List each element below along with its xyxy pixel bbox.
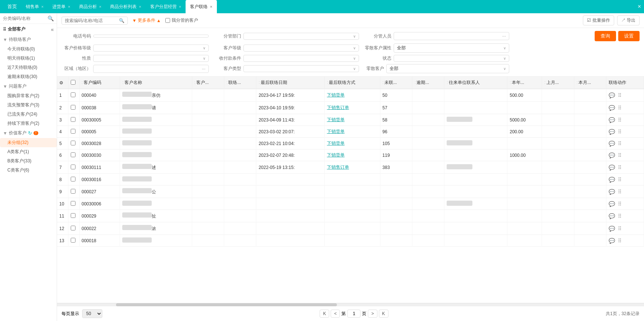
- sidebar-item-typeA[interactable]: A类客户(1): [0, 147, 57, 156]
- contact-way-link[interactable]: 下销货单: [327, 152, 345, 158]
- close-icon[interactable]: ×: [41, 4, 43, 9]
- close-icon[interactable]: ×: [210, 4, 212, 9]
- sidebar-item-churned[interactable]: 已流失客户(24): [0, 110, 57, 119]
- grid-icon[interactable]: ⠿: [618, 165, 622, 170]
- message-icon[interactable]: 💬: [609, 117, 615, 123]
- grid-icon[interactable]: ⠿: [618, 213, 622, 219]
- row-checkbox[interactable]: [71, 226, 75, 230]
- row-checkbox-cell[interactable]: [68, 149, 79, 161]
- table-cell[interactable]: [324, 186, 380, 198]
- sidebar-item-typeC[interactable]: C类客户(6): [0, 166, 57, 175]
- grid-icon[interactable]: ⠿: [618, 177, 622, 183]
- close-icon[interactable]: ×: [68, 4, 70, 9]
- sidebar-search-input[interactable]: [3, 16, 47, 21]
- message-icon[interactable]: 💬: [609, 238, 615, 244]
- contact-way-link[interactable]: 下销货单: [327, 117, 345, 122]
- grid-icon[interactable]: ⠿: [618, 129, 622, 135]
- row-checkbox[interactable]: [71, 213, 75, 218]
- row-checkbox-cell[interactable]: [68, 174, 79, 186]
- sidebar-item-abnormal[interactable]: 囤购异常客户(2): [0, 91, 57, 100]
- pending-contact-group[interactable]: ▼ 待联络客户: [0, 35, 57, 45]
- per-page-select[interactable]: 50 100 200: [82, 309, 102, 318]
- search-icon[interactable]: 🔍: [47, 15, 54, 21]
- row-checkbox-cell[interactable]: [68, 138, 79, 149]
- table-cell[interactable]: [324, 210, 380, 222]
- cust-type-input[interactable]: ∨: [243, 65, 359, 72]
- row-checkbox-cell[interactable]: [68, 102, 79, 114]
- th-settings[interactable]: ⚙: [57, 77, 68, 89]
- horizontal-scrollbar[interactable]: [57, 303, 644, 306]
- table-cell[interactable]: 下销货单: [324, 126, 380, 138]
- table-cell[interactable]: 下销售订单: [324, 161, 380, 174]
- search-input[interactable]: [65, 18, 119, 23]
- table-cell[interactable]: 下销货单: [324, 149, 380, 161]
- row-checkbox-cell[interactable]: [68, 161, 79, 174]
- query-button[interactable]: 查询: [595, 31, 616, 41]
- table-cell[interactable]: 下销货单: [324, 114, 380, 126]
- all-customers-header[interactable]: ⠿ 全部客户 «: [0, 24, 57, 35]
- grid-icon[interactable]: ⠿: [618, 238, 622, 244]
- table-cell[interactable]: [324, 198, 380, 210]
- manager-input[interactable]: ···: [394, 32, 509, 40]
- search-icon[interactable]: 🔍: [119, 18, 124, 23]
- grid-icon[interactable]: ⠿: [618, 152, 622, 158]
- next-page-button[interactable]: >: [368, 310, 377, 318]
- row-checkbox-cell[interactable]: [68, 198, 79, 210]
- sidebar-item-unclassified[interactable]: 未分组(32): [0, 138, 57, 147]
- row-checkbox[interactable]: [71, 201, 75, 206]
- retail-cust-input[interactable]: 全部∨: [386, 64, 509, 73]
- row-checkbox[interactable]: [71, 238, 75, 243]
- nav-tab-analysis[interactable]: 商品分析 ×: [75, 0, 106, 13]
- row-checkbox-cell[interactable]: [68, 186, 79, 198]
- close-icon[interactable]: ×: [99, 4, 101, 9]
- price-level-input[interactable]: ∨: [93, 45, 209, 52]
- payment-input[interactable]: ∨: [243, 55, 359, 62]
- table-cell[interactable]: [324, 235, 380, 247]
- nav-tab-purchase[interactable]: 进货单 ×: [48, 0, 74, 13]
- close-icon[interactable]: ×: [139, 4, 141, 9]
- grid-icon[interactable]: ⠿: [618, 189, 622, 195]
- contact-way-link[interactable]: 下销货单: [327, 92, 345, 98]
- nav-tab-customer-contact[interactable]: 客户联络 ×: [186, 0, 217, 13]
- problem-customers-group[interactable]: ▼ 问题客户: [0, 81, 57, 91]
- reset-button[interactable]: 设置: [618, 31, 640, 41]
- message-icon[interactable]: 💬: [609, 177, 615, 183]
- row-checkbox-cell[interactable]: [68, 89, 79, 102]
- contact-way-link[interactable]: 下销售订单: [327, 105, 349, 110]
- phone-input[interactable]: [93, 35, 209, 38]
- row-checkbox-cell[interactable]: [68, 126, 79, 138]
- nav-tab-analysis-list[interactable]: 商品分析列表 ×: [106, 0, 145, 13]
- export-button[interactable]: ↗ 导出: [617, 15, 640, 25]
- table-cell[interactable]: 下销货单: [324, 138, 380, 149]
- scrollbar-thumb[interactable]: [116, 303, 337, 306]
- row-checkbox[interactable]: [71, 189, 75, 194]
- nature-input[interactable]: ∨: [93, 55, 209, 62]
- row-checkbox[interactable]: [71, 152, 75, 157]
- select-all-checkbox[interactable]: [71, 80, 75, 85]
- nav-tab-customer-tier[interactable]: 客户分层经营 ×: [146, 0, 186, 13]
- sidebar-item-tomorrow[interactable]: 明天待联络(1): [0, 54, 57, 63]
- row-checkbox-cell[interactable]: [68, 114, 79, 126]
- sidebar-item-typeB[interactable]: B类客户(33): [0, 156, 57, 166]
- more-conditions-btn[interactable]: ▼ 更多条件 ▲: [132, 17, 161, 24]
- message-icon[interactable]: 💬: [609, 141, 615, 147]
- row-checkbox-cell[interactable]: [68, 210, 79, 222]
- message-icon[interactable]: 💬: [609, 92, 615, 98]
- sidebar-item-overdue[interactable]: 逾期未联络(30): [0, 72, 57, 81]
- close-icon[interactable]: ×: [179, 4, 181, 9]
- nav-tab-sales[interactable]: 销售单 ×: [21, 0, 48, 13]
- contact-way-link[interactable]: 下销货单: [327, 141, 345, 146]
- row-checkbox[interactable]: [71, 177, 75, 181]
- contact-way-link[interactable]: 下销货单: [327, 129, 345, 134]
- th-checkbox[interactable]: [68, 77, 79, 89]
- message-icon[interactable]: 💬: [609, 226, 615, 232]
- row-checkbox[interactable]: [71, 117, 75, 122]
- grid-icon[interactable]: ⠿: [618, 226, 622, 232]
- row-checkbox-cell[interactable]: [68, 222, 79, 235]
- message-icon[interactable]: 💬: [609, 213, 615, 219]
- sidebar-item-7days[interactable]: 近7天待联络(0): [0, 63, 57, 72]
- value-customers-group[interactable]: ▼ 价值客户 ↻ !: [0, 128, 57, 138]
- sidebar-item-churn-warning[interactable]: 流失预警客户(3): [0, 100, 57, 110]
- message-icon[interactable]: 💬: [609, 189, 615, 195]
- close-all-button[interactable]: ×: [638, 3, 641, 10]
